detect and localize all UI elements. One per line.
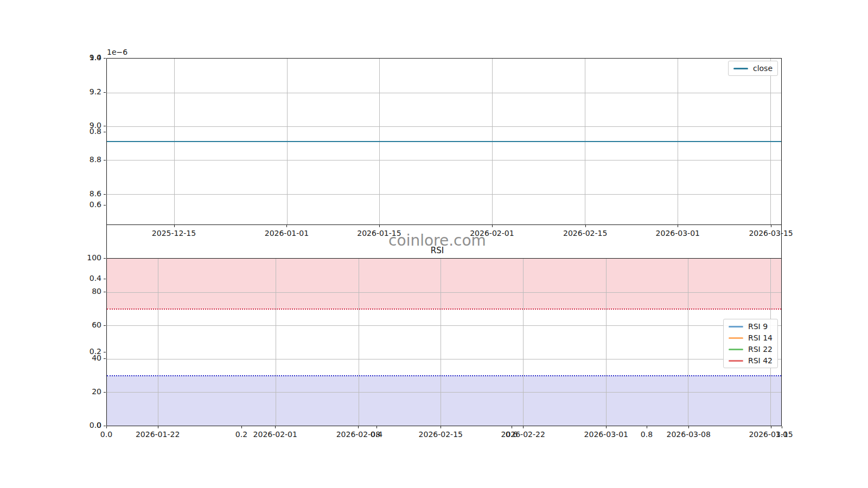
gridline-vertical: [158, 259, 158, 426]
legend-row: close: [733, 64, 773, 73]
oversold-band: [107, 376, 781, 426]
price-legend: close: [728, 61, 778, 76]
overlay-x-tick-mark: [241, 426, 242, 428]
x-tick-mark: [275, 426, 276, 428]
x-tick-label: 2026-02-15: [419, 431, 463, 439]
y-axis-offset-label: 1e−6: [107, 48, 127, 56]
close-legend-line: [733, 68, 748, 69]
x-tick-mark: [158, 426, 158, 428]
x-tick-mark: [771, 426, 771, 428]
y-tick-mark: [104, 392, 106, 393]
legend-label: RSI 9: [748, 322, 768, 331]
x-tick-mark: [441, 426, 441, 428]
y-tick-label: 9.2: [69, 88, 101, 96]
y-tick-mark: [104, 358, 106, 359]
x-tick-label: 2026-01-22: [136, 431, 180, 439]
overlay-y-tick-mark: [104, 58, 106, 59]
overlay-y-tick-mark: [104, 352, 106, 352]
x-tick-label: 2026-03-08: [667, 431, 711, 439]
gridline-horizontal: [107, 359, 781, 359]
rsi-level-line-30: [107, 375, 781, 376]
price-chart-axes: close: [106, 58, 782, 225]
gridline-horizontal: [107, 126, 781, 127]
y-tick-mark: [104, 194, 106, 195]
overlay-x-tick-label: 0.6: [506, 431, 518, 439]
gridline-vertical: [688, 259, 688, 426]
overlay-x-tick-mark: [782, 426, 782, 428]
rsi-level-line-70: [107, 309, 781, 310]
overlay-x-tick-label: 0.8: [641, 431, 653, 439]
overlay-y-tick-label: 0.0: [69, 421, 101, 429]
x-tick-mark: [174, 225, 175, 227]
gridline-vertical: [276, 259, 276, 426]
overlay-x-tick-label: 0.0: [100, 431, 112, 439]
gridline-horizontal: [107, 93, 781, 93]
legend-row: RSI 42: [729, 356, 773, 365]
x-tick-label: 2026-02-15: [563, 229, 607, 237]
x-tick-mark: [358, 426, 359, 428]
rsi-14-legend-line: [729, 337, 743, 339]
overlay-x-tick-label: 0.4: [371, 431, 382, 439]
legend-label: close: [753, 64, 773, 73]
y-tick-mark: [104, 292, 106, 292]
y-tick-label: 60: [69, 321, 101, 329]
rsi-chart-axes: RSI 9RSI 14RSI 22RSI 42: [106, 258, 782, 426]
overlay-y-tick-mark: [104, 279, 106, 279]
figure: close RSI 9RSI 14RSI 22RSI 42 1e−6 coinl…: [0, 0, 868, 488]
x-tick-mark: [585, 225, 586, 227]
overlay-x-tick-label: 1.0: [776, 431, 788, 439]
x-tick-label: 2025-12-15: [152, 229, 196, 237]
x-tick-mark: [771, 225, 771, 227]
legend-row: RSI 22: [729, 345, 773, 354]
x-tick-mark: [678, 225, 678, 227]
x-tick-label: 2026-01-01: [265, 229, 309, 237]
x-tick-label: 2026-02-01: [253, 431, 297, 439]
x-tick-mark: [492, 225, 493, 227]
gridline-horizontal: [107, 160, 781, 160]
y-tick-mark: [104, 160, 106, 160]
x-tick-label: 2026-03-15: [749, 229, 793, 237]
y-tick-label: 20: [69, 388, 101, 396]
rsi-chart-title: RSI: [431, 246, 444, 255]
x-tick-mark: [523, 426, 524, 428]
overlay-y-tick-label: 0.2: [69, 348, 101, 356]
y-tick-mark: [104, 126, 106, 126]
y-tick-mark: [104, 325, 106, 326]
gridline-vertical: [606, 259, 607, 426]
y-tick-label: 8.6: [69, 190, 101, 198]
overlay-y-tick-label: 0.4: [69, 274, 101, 282]
rsi-22-legend-line: [729, 349, 743, 350]
x-tick-mark: [379, 225, 380, 227]
legend-row: RSI 9: [729, 322, 773, 331]
overlay-y-tick-label: 1.0: [69, 54, 101, 62]
x-tick-mark: [286, 225, 287, 227]
overlay-y-tick-label: 0.6: [69, 201, 101, 209]
x-tick-label: 2026-03-01: [584, 431, 628, 439]
overlay-y-tick-label: 0.8: [69, 127, 101, 136]
y-tick-mark: [104, 92, 106, 93]
overlay-x-tick-mark: [512, 426, 512, 428]
y-tick-mark: [104, 258, 106, 259]
rsi-9-legend-line: [729, 326, 743, 328]
gridline-horizontal: [107, 292, 781, 293]
rsi-42-legend-line: [729, 360, 743, 362]
gridline-horizontal: [107, 392, 781, 393]
legend-label: RSI 14: [748, 333, 773, 342]
rsi-legend: RSI 9RSI 14RSI 22RSI 42: [723, 319, 778, 368]
overlay-x-tick-mark: [376, 426, 377, 428]
y-tick-label: 8.8: [69, 156, 101, 164]
overlay-y-tick-mark: [104, 426, 106, 426]
overlay-x-tick-label: 0.2: [235, 431, 247, 439]
x-tick-label: 2026-03-01: [656, 229, 700, 237]
gridline-horizontal: [107, 194, 781, 195]
overbought-band: [107, 259, 781, 309]
overlay-x-tick-mark: [106, 426, 107, 428]
legend-label: RSI 22: [748, 345, 773, 354]
y-tick-label: 100: [69, 254, 101, 262]
close-line: [107, 141, 781, 142]
gridline-horizontal: [107, 325, 781, 326]
overlay-y-tick-mark: [104, 132, 106, 132]
x-tick-mark: [688, 426, 689, 428]
gridline-vertical: [523, 259, 524, 426]
legend-row: RSI 14: [729, 333, 773, 342]
